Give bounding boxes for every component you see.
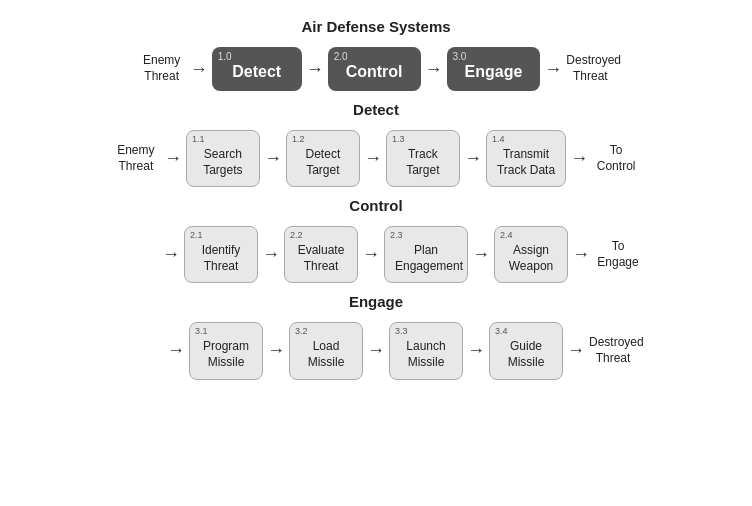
label-search-targets: SearchTargets <box>197 147 249 178</box>
num-2-3: 2.3 <box>390 230 403 240</box>
engage-arrow-4 <box>563 340 589 361</box>
box-num-3: 3.0 <box>453 51 467 62</box>
num-3-2: 3.2 <box>295 326 308 336</box>
box-label-control: Control <box>346 63 403 81</box>
engage-title: Engage <box>10 293 742 310</box>
box-track-target: 1.3 TrackTarget <box>386 130 460 187</box>
control-arrow-0 <box>158 244 184 265</box>
box-detect-target: 1.2 DetectTarget <box>286 130 360 187</box>
box-load-missile: 3.2 LoadMissile <box>289 322 363 379</box>
engage-arrow-1 <box>263 340 289 361</box>
label-assign-weapon: AssignWeapon <box>505 243 557 274</box>
control-arrow-2 <box>358 244 384 265</box>
num-3-4: 3.4 <box>495 326 508 336</box>
detect-input-label: EnemyThreat <box>112 143 160 174</box>
engage-arrow-3 <box>463 340 489 361</box>
main-title: Air Defense Systems <box>10 18 742 35</box>
num-2-2: 2.2 <box>290 230 303 240</box>
box-evaluate-threat: 2.2 EvaluateThreat <box>284 226 358 283</box>
num-1-4: 1.4 <box>492 134 505 144</box>
box-search-targets: 1.1 SearchTargets <box>186 130 260 187</box>
engage-output-label: DestroyedThreat <box>589 335 637 366</box>
num-2-1: 2.1 <box>190 230 203 240</box>
control-flow-row: 2.1 IdentifyThreat 2.2 EvaluateThreat 2.… <box>10 226 742 283</box>
arrow-0 <box>186 59 212 80</box>
engage-arrow-0 <box>163 340 189 361</box>
arrow-3 <box>540 59 566 80</box>
label-guide-missile: GuideMissile <box>500 339 552 370</box>
num-2-4: 2.4 <box>500 230 513 240</box>
box-assign-weapon: 2.4 AssignWeapon <box>494 226 568 283</box>
control-title: Control <box>10 197 742 214</box>
label-launch-missile: LaunchMissile <box>400 339 452 370</box>
detect-arrow-1 <box>260 148 286 169</box>
box-label-engage: Engage <box>465 63 523 81</box>
label-transmit-track: TransmitTrack Data <box>497 147 555 178</box>
num-1-2: 1.2 <box>292 134 305 144</box>
num-3-3: 3.3 <box>395 326 408 336</box>
label-evaluate-threat: EvaluateThreat <box>295 243 347 274</box>
detect-title: Detect <box>10 101 742 118</box>
label-load-missile: LoadMissile <box>300 339 352 370</box>
detect-output-label: To Control <box>592 143 640 174</box>
num-3-1: 3.1 <box>195 326 208 336</box>
detect-arrow-2 <box>360 148 386 169</box>
detect-arrow-4 <box>566 148 592 169</box>
top-output-label: DestroyedThreat <box>566 53 614 84</box>
label-plan-engagement: PlanEngagement <box>395 243 457 274</box>
detect-flow-row: EnemyThreat 1.1 SearchTargets 1.2 Detect… <box>10 130 742 187</box>
control-output-label: To Engage <box>594 239 642 270</box>
num-1-1: 1.1 <box>192 134 205 144</box>
label-identify-threat: IdentifyThreat <box>195 243 247 274</box>
diagram-wrapper: Air Defense Systems EnemyThreat 1.0 Dete… <box>0 0 752 396</box>
box-detect-top: 1.0 Detect <box>212 47 302 91</box>
box-engage-top: 3.0 Engage <box>447 47 541 91</box>
arrow-1 <box>302 59 328 80</box>
box-num-2: 2.0 <box>334 51 348 62</box>
top-input-label: EnemyThreat <box>138 53 186 84</box>
box-guide-missile: 3.4 GuideMissile <box>489 322 563 379</box>
box-plan-engagement: 2.3 PlanEngagement <box>384 226 468 283</box>
box-identify-threat: 2.1 IdentifyThreat <box>184 226 258 283</box>
num-1-3: 1.3 <box>392 134 405 144</box>
box-label-detect: Detect <box>230 63 284 81</box>
arrow-2 <box>421 59 447 80</box>
box-transmit-track: 1.4 TransmitTrack Data <box>486 130 566 187</box>
engage-arrow-2 <box>363 340 389 361</box>
top-flow-row: EnemyThreat 1.0 Detect 2.0 Control 3.0 E… <box>10 47 742 91</box>
box-launch-missile: 3.3 LaunchMissile <box>389 322 463 379</box>
detect-arrow-3 <box>460 148 486 169</box>
control-arrow-1 <box>258 244 284 265</box>
control-arrow-3 <box>468 244 494 265</box>
label-program-missile: ProgramMissile <box>200 339 252 370</box>
box-num-1: 1.0 <box>218 51 232 62</box>
label-detect-target: DetectTarget <box>297 147 349 178</box>
control-arrow-4 <box>568 244 594 265</box>
box-control-top: 2.0 Control <box>328 47 421 91</box>
detect-arrow-0 <box>160 148 186 169</box>
label-track-target: TrackTarget <box>397 147 449 178</box>
engage-flow-row: 3.1 ProgramMissile 3.2 LoadMissile 3.3 L… <box>10 322 742 379</box>
box-program-missile: 3.1 ProgramMissile <box>189 322 263 379</box>
